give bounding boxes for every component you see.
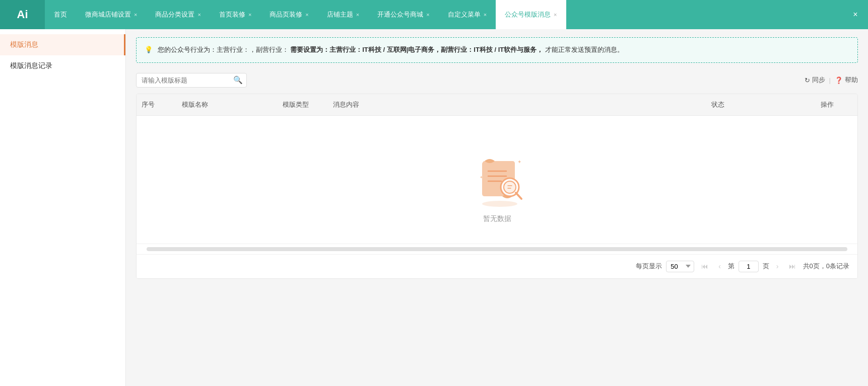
sidebar: 模版消息模版消息记录 bbox=[0, 29, 126, 386]
main-layout: 模版消息模版消息记录 💡 您的公众号行业为：主营行业：，副营行业： 需要设置为：… bbox=[0, 29, 868, 386]
divider: | bbox=[829, 76, 831, 84]
app-logo: Ai bbox=[0, 0, 45, 29]
tab-bar: 首页微商城店铺设置 ×商品分类设置 ×首页装修 ×商品页装修 ×店铺主题 ×开通… bbox=[45, 0, 843, 29]
table-header: 序号 模版名称 模版类型 消息内容 状态 操作 bbox=[137, 94, 857, 116]
tab-公众号模版消息[interactable]: 公众号模版消息 × bbox=[496, 0, 566, 29]
tab-首页[interactable]: 首页 bbox=[45, 0, 76, 29]
search-button[interactable]: 🔍 bbox=[233, 75, 243, 85]
empty-state: ✦ ✦ 暂无数据 bbox=[137, 116, 857, 244]
page-size-select[interactable]: 50 20 100 bbox=[666, 261, 694, 272]
svg-point-0 bbox=[482, 201, 517, 207]
tab-close-icon[interactable]: × bbox=[484, 12, 487, 18]
notice-suffix: 才能正常发送预置的消息。 bbox=[545, 46, 624, 53]
notice-prefix: 您的公众号行业为：主营行业：，副营行业： bbox=[158, 46, 289, 53]
page-number-input[interactable] bbox=[739, 261, 759, 272]
tab-微商城店铺设置[interactable]: 微商城店铺设置 × bbox=[76, 0, 146, 29]
sidebar-item-模版消息记录[interactable]: 模版消息记录 bbox=[0, 55, 125, 76]
tab-close-icon[interactable]: × bbox=[134, 12, 137, 18]
tab-close-icon[interactable]: × bbox=[248, 12, 251, 18]
empty-svg-icon: ✦ ✦ bbox=[467, 146, 532, 211]
scrollbar-area bbox=[137, 244, 857, 254]
empty-text: 暂无数据 bbox=[483, 214, 511, 223]
tab-close-icon[interactable]: × bbox=[554, 12, 557, 18]
col-header-index: 序号 bbox=[137, 94, 177, 115]
svg-text:✦: ✦ bbox=[517, 159, 521, 165]
sync-button[interactable]: ↻ 同步 bbox=[805, 75, 825, 85]
svg-text:✦: ✦ bbox=[480, 175, 483, 180]
tab-首页装修[interactable]: 首页装修 × bbox=[210, 0, 260, 29]
col-header-action: 操作 bbox=[797, 94, 857, 115]
sidebar-item-模版消息[interactable]: 模版消息 bbox=[0, 34, 125, 55]
tab-close-icon[interactable]: × bbox=[197, 12, 201, 18]
help-button[interactable]: ❓ 帮助 bbox=[835, 75, 858, 85]
global-close-button[interactable]: × bbox=[843, 0, 868, 29]
tab-商品页装修[interactable]: 商品页装修 × bbox=[260, 0, 317, 29]
pagination: 每页显示 50 20 100 ⏮ ‹ 第 页 › ⏭ 共0页，0条记录 bbox=[137, 254, 857, 278]
empty-illustration: ✦ ✦ bbox=[467, 146, 527, 206]
page-suffix: 页 bbox=[763, 262, 769, 271]
tab-close-icon[interactable]: × bbox=[426, 12, 429, 18]
search-bar: 🔍 ↻ 同步 | ❓ 帮助 bbox=[136, 73, 858, 88]
col-header-type: 模版类型 bbox=[278, 94, 328, 115]
search-right: ↻ 同步 | ❓ 帮助 bbox=[805, 75, 858, 85]
data-table: 序号 模版名称 模版类型 消息内容 状态 操作 bbox=[136, 94, 858, 279]
col-header-status: 状态 bbox=[706, 94, 797, 115]
tab-商品分类设置[interactable]: 商品分类设置 × bbox=[146, 0, 210, 29]
page-size-label: 每页显示 bbox=[636, 262, 662, 271]
tab-close-icon[interactable]: × bbox=[305, 12, 308, 18]
page-prefix: 第 bbox=[728, 262, 735, 271]
help-label: 帮助 bbox=[845, 75, 858, 85]
last-page-button[interactable]: ⏭ bbox=[786, 261, 799, 271]
notice-icon: 💡 bbox=[145, 46, 153, 53]
first-page-button[interactable]: ⏮ bbox=[698, 261, 711, 271]
notice-highlight: 需要设置为：主营行业：IT科技 / 互联网|电子商务，副营行业：IT科技 / I… bbox=[290, 46, 543, 53]
tab-自定义菜单[interactable]: 自定义菜单 × bbox=[439, 0, 496, 29]
col-header-name: 模版名称 bbox=[177, 94, 278, 115]
svg-line-6 bbox=[516, 193, 521, 199]
tab-开通公众号商城[interactable]: 开通公众号商城 × bbox=[368, 0, 438, 29]
tab-店铺主题[interactable]: 店铺主题 × bbox=[318, 0, 368, 29]
sync-icon: ↻ bbox=[805, 76, 810, 84]
page-total: 共0页，0条记录 bbox=[803, 262, 849, 271]
prev-page-button[interactable]: ‹ bbox=[715, 261, 724, 271]
col-header-content: 消息内容 bbox=[328, 94, 706, 115]
svg-point-5 bbox=[504, 181, 516, 193]
notice-banner: 💡 您的公众号行业为：主营行业：，副营行业： 需要设置为：主营行业：IT科技 /… bbox=[136, 37, 858, 63]
help-icon: ❓ bbox=[835, 76, 843, 84]
content-area: 💡 您的公众号行业为：主营行业：，副营行业： 需要设置为：主营行业：IT科技 /… bbox=[126, 29, 868, 386]
search-left: 🔍 bbox=[136, 73, 247, 88]
tab-close-icon[interactable]: × bbox=[356, 12, 359, 18]
search-input-wrapper: 🔍 bbox=[136, 73, 247, 88]
top-navigation: Ai 首页微商城店铺设置 ×商品分类设置 ×首页装修 ×商品页装修 ×店铺主题 … bbox=[0, 0, 868, 29]
horizontal-scrollbar[interactable] bbox=[147, 247, 847, 251]
search-input[interactable] bbox=[136, 73, 247, 88]
next-page-button[interactable]: › bbox=[773, 261, 782, 271]
sync-label: 同步 bbox=[812, 75, 825, 85]
